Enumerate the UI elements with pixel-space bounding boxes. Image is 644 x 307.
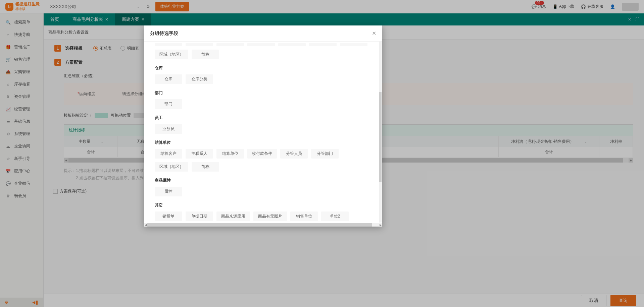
field-chip[interactable]: 仓库分类 [186,74,213,84]
modal-horizontal-scrollbar[interactable]: ◀ ▶ [144,223,382,227]
field-chip[interactable]: 区域（地区） [155,50,188,59]
field-chip[interactable]: 商品有无图片 [253,211,287,221]
field-chip[interactable]: 主联系人 [278,43,306,46]
field-chip[interactable]: 区域（地区） [155,162,188,172]
close-icon[interactable]: ✕ [372,30,376,37]
group-title: 其它 [155,202,371,208]
group-title: 员工 [155,115,371,121]
field-chip[interactable]: 结算单位 [216,149,244,159]
field-chip[interactable]: 简称 [192,162,219,172]
chip-row: 部门 [155,99,371,109]
scroll-thumb[interactable] [379,92,382,182]
modal-vertical-scrollbar[interactable] [379,42,382,223]
field-chip[interactable]: 业务员 [155,124,182,134]
field-chip[interactable]: 主联系人 [309,43,337,46]
field-chip[interactable]: 客户 [155,43,182,46]
field-chip[interactable]: 销货单 [155,211,182,221]
field-chip[interactable]: 分管部门 [216,43,244,46]
group-title: 部门 [155,90,371,96]
field-chip[interactable]: 部门 [155,99,182,109]
scroll-thumb[interactable] [147,223,372,227]
modal-title: 分组待选字段 [150,30,178,37]
field-chip[interactable]: 简称 [192,50,219,59]
field-chip[interactable]: 单位2 [321,211,349,221]
chip-row: 属性 [155,187,371,196]
modal-header: 分组待选字段 ✕ [144,25,382,42]
field-chip[interactable]: 商品来源应用 [216,211,250,221]
group-title: 结算单位 [155,140,371,145]
group-title: 商品属性 [155,178,371,183]
chip-row: 业务员 [155,124,371,134]
chip-row: 区域（地区） 简称 [155,50,371,59]
field-chip[interactable]: 客户分类 [186,43,213,46]
field-chip[interactable]: 收付款条件 [247,149,277,159]
field-chip[interactable]: 仓库 [155,74,182,84]
field-chip[interactable]: 销售单位 [340,43,367,46]
field-chip[interactable]: 主联系人 [186,149,213,159]
group-title: 仓库 [155,65,371,71]
scroll-left-icon[interactable]: ◀ [144,223,147,227]
field-chip[interactable]: 属性 [155,187,182,196]
scroll-right-icon[interactable]: ▶ [379,223,382,227]
field-chip[interactable]: 分管部门 [311,149,339,159]
chip-row-partial: 客户 客户分类 分管部门 分管人员 主联系人 主联系人 销售单位 [155,43,371,46]
modal-overlay[interactable]: 分组待选字段 ✕ 客户 客户分类 分管部门 分管人员 主联系人 主联系人 销售单… [0,0,644,307]
field-chip[interactable]: 销售单位 [290,211,318,221]
chip-row: 结算客户主联系人结算单位收付款条件分管人员分管部门区域（地区）简称 [155,149,371,172]
chip-row: 仓库仓库分类 [155,74,371,84]
field-chip[interactable]: 单据日期 [186,211,213,221]
field-chip[interactable]: 分管人员 [247,43,275,46]
modal-body: 客户 客户分类 分管部门 分管人员 主联系人 主联系人 销售单位 区域（地区） … [144,42,382,227]
field-picker-modal: 分组待选字段 ✕ 客户 客户分类 分管部门 分管人员 主联系人 主联系人 销售单… [144,25,382,227]
field-chip[interactable]: 分管人员 [280,149,308,159]
field-chip[interactable]: 结算客户 [155,149,182,159]
